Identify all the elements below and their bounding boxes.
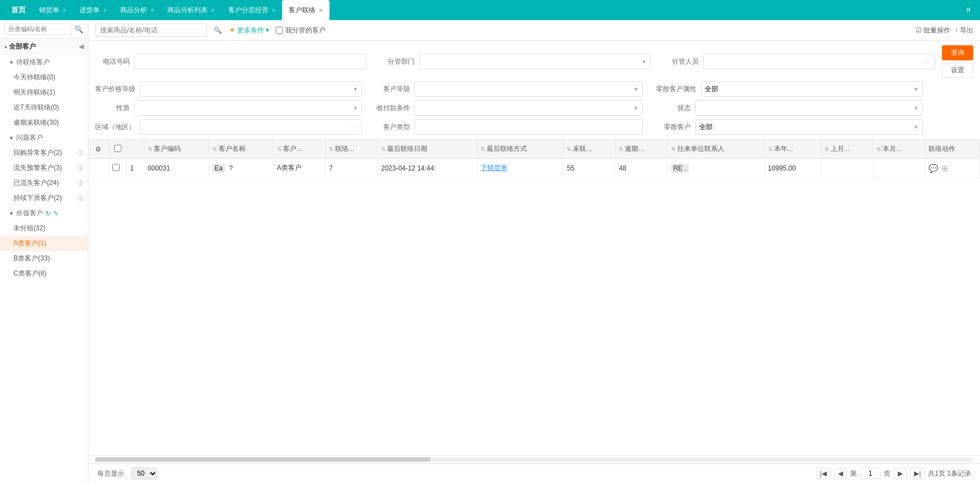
my-customers-checkbox[interactable]: [276, 27, 283, 34]
status-chevron: ▼: [913, 105, 919, 111]
sidebar-item-repurchase-abnormal[interactable]: 回购异常客户(2) ⓘ: [0, 145, 88, 160]
overdue-contact-label: 逾期未联络(30): [13, 118, 59, 127]
payment-label: 收付款条件: [375, 103, 414, 113]
close-purchase-tab[interactable]: ×: [103, 7, 106, 13]
col-last-month[interactable]: ⇅上月...: [821, 140, 873, 159]
customer-type-select[interactable]: [414, 119, 642, 135]
retail-customer-select[interactable]: 全部 ▼: [695, 119, 923, 135]
price-grade-select[interactable]: ▼: [140, 81, 362, 97]
main-layout: 🔍 ▪ 全部客户 ◀ ▼ 待联络客户 今天待联络(0) 明天待联络(1) 近7天…: [0, 20, 980, 483]
sidebar-item-overdue[interactable]: 逾期未联络(30): [0, 115, 88, 130]
price-grade-label: 客户价格等级: [95, 84, 140, 94]
filter-search-icon[interactable]: 🔍: [214, 26, 222, 34]
sidebar-item-class-c[interactable]: C类客户(6): [0, 266, 88, 281]
col-last-contact-method[interactable]: ⇅最后联络方式: [477, 140, 563, 159]
customer-grade-select[interactable]: ▼: [414, 81, 642, 97]
sidebar-item-churn-warning[interactable]: 流失预警客户(3) ⓘ: [0, 160, 88, 176]
grid-icon[interactable]: ⊞: [941, 164, 948, 173]
close-customer-segment-tab[interactable]: ×: [272, 7, 275, 13]
filter-actions: 查询 设置: [942, 45, 973, 78]
nav-tab-home[interactable]: 首页: [4, 0, 32, 20]
close-analysis-list-tab[interactable]: ×: [211, 7, 214, 13]
prev-page-button[interactable]: ◀: [834, 468, 847, 479]
batch-op-button[interactable]: ☑ 批量操作: [916, 26, 950, 35]
close-customer-contact-tab[interactable]: ×: [319, 7, 322, 13]
row-method-cell[interactable]: 下销货单: [477, 159, 563, 178]
filter-dept: 分管部门 ▼: [380, 54, 651, 69]
contact-method-link[interactable]: 下销货单: [480, 164, 507, 172]
nav-tab-analysis-list[interactable]: 商品分析列表 ×: [161, 0, 221, 20]
sidebar-item-class-a[interactable]: A类客户(1): [0, 236, 88, 251]
first-page-button[interactable]: |◀: [816, 468, 831, 479]
refresh-icon[interactable]: ↻: [45, 210, 51, 217]
col-last-contact-date[interactable]: ⇅最后联络日期: [378, 140, 477, 159]
col-this-month[interactable]: ⇅本月...: [873, 140, 925, 159]
col-name[interactable]: ⇅客户名称: [209, 140, 274, 159]
nav-tab-purchase[interactable]: 进货单 ×: [73, 0, 113, 20]
nav-tab-analysis[interactable]: 商品分析 ×: [114, 0, 161, 20]
phone-input[interactable]: [134, 54, 366, 69]
filter-row-2: 客户价格等级 ▼ 客户等级 ▼ 零散客户属性 全部: [95, 81, 973, 97]
col-contact[interactable]: ⇅联络...: [326, 140, 378, 159]
horizontal-scrollbar[interactable]: [88, 455, 980, 463]
dept-select[interactable]: ▼: [419, 54, 651, 69]
sidebar-item-declining[interactable]: 持续下滑客户(2) ⓘ: [0, 191, 88, 206]
declining-label: 持续下滑客户(2): [13, 193, 62, 203]
retail-attr-select[interactable]: 全部 ▼: [701, 81, 923, 97]
col-this-year[interactable]: ⇅本年...: [764, 140, 821, 159]
region-select[interactable]: ···: [140, 119, 362, 135]
nav-tab-customer-segment[interactable]: 客户分层经营 ×: [222, 0, 282, 20]
query-button[interactable]: 查询: [942, 45, 973, 60]
close-sales-tab[interactable]: ×: [63, 7, 66, 13]
sidebar-item-churned[interactable]: 已流失客户(24) ⓘ: [0, 176, 88, 191]
col-no-contact[interactable]: ⇅未联...: [563, 140, 615, 159]
row-checkbox[interactable]: [112, 164, 120, 171]
filter-row-1: 电话号码 分管部门 ▼ 分管人员 ···: [95, 45, 973, 78]
sidebar-search-icon[interactable]: 🔍: [74, 25, 83, 34]
sort-date: ⇅: [381, 146, 385, 152]
col-settings[interactable]: ⚙: [88, 140, 109, 159]
export-button[interactable]: ↑ 导出: [955, 26, 973, 35]
col-code[interactable]: ⇅客户编码: [144, 140, 209, 159]
page-number-input[interactable]: [860, 468, 880, 479]
all-customers-header[interactable]: ▪ 全部客户 ◀: [0, 39, 88, 55]
nature-select[interactable]: ▼: [134, 100, 362, 116]
nav-tab-customer-contact[interactable]: 客户联络 ×: [282, 0, 329, 20]
problem-customer-group: ▼ 问题客户: [0, 130, 88, 145]
status-select[interactable]: ▼: [695, 100, 923, 116]
scroll-thumb[interactable]: [95, 457, 431, 462]
filter-row-3: 性质 ▼ 收付款条件 ▼ 状态: [95, 100, 973, 116]
col-checkbox[interactable]: [109, 140, 126, 159]
col-unit-contact[interactable]: ⇅往来单位联系人: [667, 140, 764, 159]
search-input[interactable]: [95, 23, 207, 37]
next-page-button[interactable]: ▶: [894, 468, 907, 479]
chat-icon[interactable]: 💬: [929, 164, 938, 173]
sidebar-item-class-b[interactable]: B类客户(33): [0, 251, 88, 266]
last-page-button[interactable]: ▶|: [910, 468, 925, 479]
region-dots[interactable]: ···: [347, 123, 358, 131]
sidebar-item-ungrouped[interactable]: 未分组(32): [0, 221, 88, 236]
person-dots[interactable]: ···: [921, 58, 931, 66]
col-overdue[interactable]: ⇅逾期...: [615, 140, 667, 159]
sidebar-search-input[interactable]: [4, 23, 72, 35]
sort-category: ⇅: [277, 146, 281, 152]
sidebar-collapse-arrow[interactable]: ◀: [79, 43, 83, 50]
close-analysis-tab[interactable]: ×: [150, 7, 154, 13]
nav-tab-sales[interactable]: 销货单 ×: [32, 0, 73, 20]
sidebar-item-7days[interactable]: 近7天待联络(0): [0, 100, 88, 115]
col-category[interactable]: ⇅客户...: [274, 140, 326, 159]
row-this-year-cell: 10995.00: [764, 159, 821, 178]
payment-select[interactable]: ▼: [414, 100, 642, 116]
my-customers-checkbox-area[interactable]: 我分管的客户: [276, 26, 326, 35]
person-select[interactable]: ···: [703, 54, 935, 69]
select-all-checkbox[interactable]: [114, 145, 121, 152]
top-nav: 首页 销货单 × 进货单 × 商品分析 × 商品分析列表 × 客户分层经营 × …: [0, 0, 980, 20]
edit-icon[interactable]: ✎: [53, 210, 59, 217]
per-page-select[interactable]: 50: [131, 467, 158, 480]
close-all-tabs-button[interactable]: ×: [962, 3, 976, 17]
settings-button[interactable]: 设置: [942, 63, 973, 78]
more-filters-button[interactable]: ▼ 更多条件 ▾: [229, 26, 269, 35]
sidebar-item-tomorrow[interactable]: 明天待联络(1): [0, 85, 88, 100]
row-checkbox-cell[interactable]: [109, 159, 126, 178]
sidebar-item-today[interactable]: 今天待联络(0): [0, 70, 88, 85]
